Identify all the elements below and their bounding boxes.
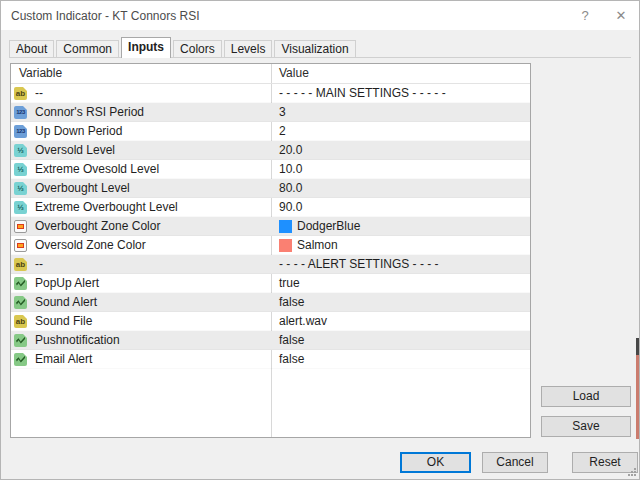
param-value: - - - - ALERT SETTINGS - - - - bbox=[279, 255, 439, 273]
param-value: alert.wav bbox=[279, 312, 327, 330]
param-value-cell[interactable]: - - - - ALERT SETTINGS - - - - bbox=[272, 255, 529, 273]
param-value-cell[interactable]: false bbox=[272, 331, 529, 349]
param-value: DodgerBlue bbox=[297, 217, 360, 235]
table-row[interactable]: Pushnotification false bbox=[11, 331, 530, 350]
param-value: 10.0 bbox=[279, 160, 302, 178]
column-header-variable: Variable bbox=[19, 64, 62, 83]
custom-indicator-dialog: Custom Indicator - KT Connors RSI ? ✕ Ab… bbox=[0, 0, 640, 480]
double-param-icon: ½ bbox=[14, 163, 27, 176]
bool-param-icon bbox=[14, 334, 27, 347]
param-value: 20.0 bbox=[279, 141, 302, 159]
bool-param-icon bbox=[14, 353, 27, 366]
param-value-cell[interactable]: 20.0 bbox=[272, 141, 529, 159]
tab-strip: AboutCommonInputsColorsLevelsVisualizati… bbox=[9, 38, 631, 58]
integer-param-icon: 123 bbox=[14, 106, 27, 119]
text-param-icon: ab bbox=[14, 315, 27, 328]
resize-grip-icon[interactable] bbox=[628, 468, 637, 477]
help-icon[interactable]: ? bbox=[567, 1, 603, 30]
window-title: Custom Indicator - KT Connors RSI bbox=[1, 9, 567, 23]
tab-about[interactable]: About bbox=[9, 40, 54, 57]
param-value-cell[interactable]: false bbox=[272, 350, 529, 368]
table-row[interactable]: ½ Overbought Level 80.0 bbox=[11, 179, 530, 198]
param-value-cell[interactable]: true bbox=[272, 274, 529, 292]
background-artifact-red bbox=[636, 355, 639, 439]
param-value-cell[interactable]: false bbox=[272, 293, 529, 311]
table-row[interactable]: Oversold Zone Color Salmon bbox=[11, 236, 530, 255]
param-value: 3 bbox=[279, 103, 286, 121]
param-value-cell[interactable]: - - - - - MAIN SETTINGS - - - - - bbox=[272, 84, 529, 102]
ok-button[interactable]: OK bbox=[400, 452, 471, 473]
param-value-cell[interactable]: 80.0 bbox=[272, 179, 529, 197]
table-row[interactable]: 123 Up Down Period 2 bbox=[11, 122, 530, 141]
tab-levels[interactable]: Levels bbox=[224, 40, 273, 57]
tab-inputs[interactable]: Inputs bbox=[121, 37, 171, 58]
table-row[interactable]: ab -- - - - - ALERT SETTINGS - - - - bbox=[11, 255, 530, 274]
param-value: 90.0 bbox=[279, 198, 302, 216]
bool-param-icon bbox=[14, 296, 27, 309]
table-row[interactable]: Email Alert false bbox=[11, 350, 530, 369]
color-param-icon bbox=[14, 220, 27, 233]
param-value-cell[interactable]: 3 bbox=[272, 103, 529, 121]
table-row[interactable]: Overbought Zone Color DodgerBlue bbox=[11, 217, 530, 236]
param-value: false bbox=[279, 293, 304, 311]
table-row[interactable]: ½ Extreme Ovesold Level 10.0 bbox=[11, 160, 530, 179]
bool-param-icon bbox=[14, 277, 27, 290]
table-header: Variable Value bbox=[11, 64, 530, 84]
save-button[interactable]: Save bbox=[541, 416, 631, 437]
text-param-icon: ab bbox=[14, 258, 27, 271]
table-row[interactable]: PopUp Alert true bbox=[11, 274, 530, 293]
title-bar: Custom Indicator - KT Connors RSI ? ✕ bbox=[1, 1, 639, 30]
background-artifact-dark bbox=[636, 338, 639, 355]
table-row[interactable]: 123 Connor's RSI Period 3 bbox=[11, 103, 530, 122]
param-value-cell[interactable]: DodgerBlue bbox=[272, 217, 529, 235]
load-button[interactable]: Load bbox=[541, 386, 631, 407]
table-row[interactable]: ab Sound File alert.wav bbox=[11, 312, 530, 331]
param-value: 80.0 bbox=[279, 179, 302, 197]
close-icon[interactable]: ✕ bbox=[603, 1, 639, 30]
color-swatch bbox=[279, 220, 292, 233]
double-param-icon: ½ bbox=[14, 144, 27, 157]
param-value: 2 bbox=[279, 122, 286, 140]
double-param-icon: ½ bbox=[14, 182, 27, 195]
param-value-cell[interactable]: alert.wav bbox=[272, 312, 529, 330]
table-row[interactable]: ½ Extreme Overbought Level 90.0 bbox=[11, 198, 530, 217]
text-param-icon: ab bbox=[14, 87, 27, 100]
param-value: - - - - - MAIN SETTINGS - - - - - bbox=[279, 84, 446, 102]
param-value: Salmon bbox=[297, 236, 338, 254]
param-value: true bbox=[279, 274, 300, 292]
inputs-table: Variable Value ab -- - - - - - MAIN SETT… bbox=[10, 63, 531, 438]
param-value: false bbox=[279, 350, 304, 368]
table-row[interactable]: ½ Oversold Level 20.0 bbox=[11, 141, 530, 160]
param-value-cell[interactable]: Salmon bbox=[272, 236, 529, 254]
integer-param-icon: 123 bbox=[14, 125, 27, 138]
param-value-cell[interactable]: 10.0 bbox=[272, 160, 529, 178]
table-row[interactable]: Sound Alert false bbox=[11, 293, 530, 312]
table-row[interactable]: ab -- - - - - - MAIN SETTINGS - - - - - bbox=[11, 84, 530, 103]
tab-visualization[interactable]: Visualization bbox=[274, 40, 355, 57]
color-swatch bbox=[279, 239, 292, 252]
cancel-button[interactable]: Cancel bbox=[482, 452, 548, 473]
param-value-cell[interactable]: 2 bbox=[272, 122, 529, 140]
table-rows: ab -- - - - - - MAIN SETTINGS - - - - - … bbox=[11, 84, 530, 369]
color-param-icon bbox=[14, 239, 27, 252]
tab-common[interactable]: Common bbox=[56, 40, 119, 57]
param-value-cell[interactable]: 90.0 bbox=[272, 198, 529, 216]
tab-colors[interactable]: Colors bbox=[173, 40, 222, 57]
param-value: false bbox=[279, 331, 304, 349]
column-header-value: Value bbox=[279, 64, 309, 83]
double-param-icon: ½ bbox=[14, 201, 27, 214]
